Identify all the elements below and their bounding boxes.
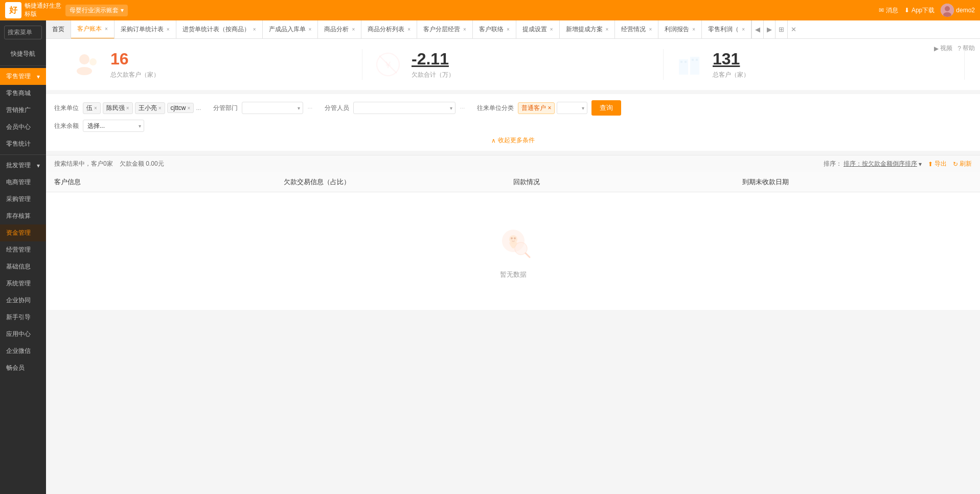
svg-point-19	[514, 237, 516, 239]
refresh-icon: ↻	[953, 161, 958, 168]
building-icon	[674, 49, 704, 80]
tab-close-customer-capital[interactable]: ×	[105, 26, 108, 32]
sidebar-item-guide[interactable]: 新手引导	[0, 309, 46, 326]
sidebar-item-basic[interactable]: 基础信息	[0, 258, 46, 275]
store-selector[interactable]: 母婴行业演示账套 ▾	[65, 5, 128, 16]
svg-point-1	[945, 6, 950, 11]
stat-label-total: 总客户（家）	[713, 71, 749, 79]
sidebar-item-marketing[interactable]: 营销推广	[0, 102, 46, 119]
refresh-button[interactable]: ↻ 刷新	[953, 160, 972, 168]
col-repay: 回款情况	[513, 177, 743, 187]
tab-inbound-stats[interactable]: 进货单统计表（按商品） ×	[176, 20, 263, 39]
tab-menu-button[interactable]: ⊞	[775, 20, 787, 39]
tab-close-9[interactable]: ×	[550, 27, 553, 32]
svg-line-16	[526, 253, 530, 257]
tab-product-analysis[interactable]: 商品分析 ×	[318, 20, 361, 39]
filter-area: 往来单位 伍 × 陈民强 × 王小亮	[46, 94, 980, 151]
sidebar-item-app[interactable]: 应用中心	[0, 326, 46, 343]
tab-prev-button[interactable]: ◀	[751, 20, 763, 39]
message-button[interactable]: ✉ 消息	[879, 6, 898, 15]
sidebar-item-enterprise[interactable]: 企业协同	[0, 292, 46, 309]
unit-tags-container: 伍 × 陈民强 × 王小亮 ×	[83, 102, 201, 114]
unit-class-select[interactable]	[557, 102, 587, 114]
sidebar-item-member[interactable]: 会员中心	[0, 119, 46, 136]
tab-close-6[interactable]: ×	[407, 27, 411, 32]
tab-close-2[interactable]: ×	[167, 27, 170, 32]
sidebar-search-area: 搜索菜单	[0, 20, 46, 44]
sidebar-item-retail-mgmt[interactable]: 零售管理 ▾	[0, 68, 46, 85]
empty-state: 暂无数据	[46, 192, 980, 310]
sidebar-item-sys[interactable]: 系统管理	[0, 275, 46, 292]
tab-close-11[interactable]: ×	[649, 27, 652, 32]
sidebar-item-quick-nav[interactable]: 快捷导航	[0, 44, 46, 63]
remove-tag-wang[interactable]: ×	[158, 105, 162, 111]
export-button[interactable]: ⬆ 导出	[928, 160, 947, 168]
sidebar-item-wholesale-mgmt[interactable]: 批发管理 ▾	[0, 157, 46, 174]
tab-new-raise[interactable]: 新增提成方案 ×	[560, 20, 616, 39]
dept-select[interactable]	[242, 102, 303, 114]
collapse-button[interactable]: ∧ 收起更多条件	[54, 136, 972, 145]
result-actions: 排序： 排序：按欠款金额倒序排序 ▾ ⬆ 导出 ↻ 刷新	[824, 160, 972, 168]
query-button[interactable]: 查询	[591, 100, 621, 116]
sidebar-item-retail-stats[interactable]: 零售统计	[0, 136, 46, 152]
sidebar-item-operation[interactable]: 经营管理	[0, 241, 46, 258]
tab-close-7[interactable]: ×	[463, 27, 466, 32]
tab-customer-contact[interactable]: 客户联络 ×	[473, 20, 516, 39]
tab-close-8[interactable]: ×	[507, 27, 510, 32]
sort-button[interactable]: 排序： 排序：按欠款金额倒序排序 ▾	[824, 160, 922, 168]
empty-icon	[493, 223, 534, 264]
tab-customer-capital[interactable]: 客户账本 ×	[71, 20, 115, 39]
tab-production[interactable]: 产成品入库单 ×	[263, 20, 318, 39]
avatar	[941, 4, 954, 17]
logo-icon: 好	[5, 2, 21, 18]
user-avatar-button[interactable]: demo2	[941, 4, 975, 17]
stats-row: 16 总欠款客户（家） ￥	[46, 39, 980, 90]
tab-close-4[interactable]: ×	[309, 27, 312, 32]
help-area: ▶ 视频 ? 帮助	[934, 44, 975, 53]
svg-rect-13	[696, 59, 698, 61]
tab-retail-profit[interactable]: 零售利润（ ×	[702, 20, 751, 39]
tab-product-list[interactable]: 商品分析列表 ×	[361, 20, 417, 39]
help-button[interactable]: ? 帮助	[958, 44, 975, 53]
remove-tag-wu[interactable]: ×	[94, 105, 97, 111]
stat-info-customers: 16 总欠款客户（家）	[110, 50, 159, 79]
chevron-icon-2: ▾	[37, 162, 40, 169]
sidebar-item-inventory[interactable]: 库存核算	[0, 208, 46, 224]
unit-tag-wu: 伍 ×	[83, 102, 101, 114]
svg-rect-12	[692, 59, 694, 61]
remove-unit-class-tag[interactable]: ×	[548, 104, 551, 111]
tab-close-5[interactable]: ×	[352, 27, 355, 32]
sidebar-item-ecommerce[interactable]: 电商管理	[0, 174, 46, 191]
tab-profit[interactable]: 利润报告 ×	[658, 20, 702, 39]
tab-close-all-button[interactable]: ✕	[787, 20, 800, 39]
tab-close-10[interactable]: ×	[606, 27, 609, 32]
sidebar-item-capital[interactable]: 资金管理	[0, 224, 46, 241]
filter-more-button[interactable]: ...	[196, 104, 201, 111]
video-icon: ▶	[934, 45, 939, 52]
stat-label-debt: 欠款合计（万）	[412, 71, 454, 79]
tab-close-3[interactable]: ×	[253, 27, 256, 32]
tab-customer-segment[interactable]: 客户分层经营 ×	[417, 20, 473, 39]
stat-value-customers: 16	[110, 50, 159, 69]
sidebar-item-wechat[interactable]: 企业微信	[0, 343, 46, 360]
svg-point-17	[509, 235, 517, 243]
remove-tag-cjttcw[interactable]: ×	[188, 105, 191, 111]
tab-purchase-order-stats[interactable]: 采购订单统计表 ×	[115, 20, 176, 39]
tab-close-12[interactable]: ×	[692, 27, 695, 32]
sidebar-item-retail-shop[interactable]: 零售商城	[0, 85, 46, 102]
app-download-button[interactable]: ⬇ App下载	[904, 6, 935, 15]
tab-close-13[interactable]: ×	[742, 27, 745, 32]
person-select[interactable]	[353, 102, 455, 114]
sidebar-item-purchase[interactable]: 采购管理	[0, 191, 46, 208]
person-select-wrapper	[353, 102, 455, 114]
video-help-button[interactable]: ▶ 视频	[934, 44, 952, 53]
tab-home[interactable]: 首页	[46, 20, 71, 39]
tab-next-button[interactable]: ▶	[763, 20, 775, 39]
sidebar-item-vip[interactable]: 畅会员	[0, 360, 46, 376]
balance-select[interactable]: 选择...	[83, 120, 144, 132]
balance-filter-label: 往来余额	[54, 122, 79, 130]
tab-raise-settings[interactable]: 提成设置 ×	[516, 20, 560, 39]
remove-tag-chen[interactable]: ×	[126, 105, 129, 111]
search-menu-button[interactable]: 搜索菜单	[4, 26, 42, 39]
tab-operation[interactable]: 经营情况 ×	[615, 20, 658, 39]
